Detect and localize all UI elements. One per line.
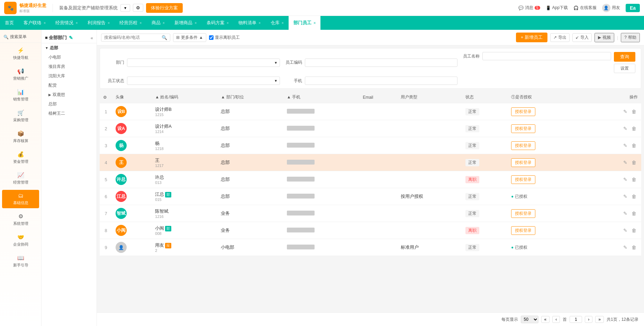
nav-goods[interactable]: 商品 × — [147, 16, 170, 30]
col-phone[interactable]: ▲ 手机 — [283, 91, 360, 103]
left-nav-corp-collab[interactable]: 🤝 企业协同 — [2, 231, 39, 250]
dept-tree-shenyang[interactable]: 沈阳大库 — [42, 71, 97, 81]
query-btn[interactable]: 查询 — [614, 52, 635, 62]
edit-btn[interactable]: ✎ — [622, 142, 629, 149]
delete-btn[interactable]: 🗑 — [630, 176, 638, 183]
edit-btn[interactable]: ✎ — [622, 227, 629, 234]
search-box[interactable]: 🔍 — [101, 34, 170, 42]
filter-status-select[interactable]: ▾ — [127, 77, 280, 85]
first-page-btn[interactable]: « — [541, 316, 550, 323]
left-nav-system[interactable]: ⚙ 系统管理 — [2, 210, 39, 229]
delete-btn[interactable]: 🗑 — [630, 108, 638, 115]
left-nav-sales[interactable]: 📊 销售管理 — [2, 86, 39, 105]
edit-btn[interactable]: ✎ — [622, 108, 629, 115]
nav-bom[interactable]: 物料清单 × — [234, 16, 265, 30]
nav-operation[interactable]: 经营情况 × — [51, 16, 82, 30]
edit-btn[interactable]: ✎ — [622, 210, 629, 217]
delete-btn[interactable]: 🗑 — [630, 125, 638, 132]
left-nav-marketing[interactable]: 📢 营销推广 — [2, 65, 39, 84]
col-dept-pos[interactable]: ▲ 部门/职位 — [217, 91, 283, 103]
nav-add-goods[interactable]: 新增商品 × — [170, 16, 201, 30]
auth-login-btn[interactable]: 授权登录 — [511, 141, 535, 150]
page-input[interactable] — [570, 316, 582, 323]
dept-panel-title: ■ 全部部门 — [45, 35, 67, 41]
phone-blurred — [287, 126, 315, 131]
nav-customer[interactable]: 客户联络 × — [19, 16, 51, 30]
message-btn[interactable]: 💬 消息 5 — [518, 5, 540, 11]
dept-tree-peihuo[interactable]: 配货 — [42, 81, 97, 90]
left-nav-finance[interactable]: 💰 资金管理 — [2, 148, 39, 167]
dept-tree-xiaodian[interactable]: 小电部 — [42, 53, 97, 62]
filter-phone-input[interactable] — [305, 77, 458, 85]
delete-btn[interactable]: 🗑 — [630, 193, 638, 200]
table-row: 7 智斌 陈智斌 1216 业务 正常 授权登录 ✎ 🗑 — [100, 205, 641, 222]
export-btn[interactable]: ↗ 导出 — [550, 33, 570, 42]
add-employee-btn[interactable]: + 新增员工 — [516, 33, 547, 42]
left-nav-basic-info[interactable]: 🗂 基础信息 — [2, 190, 39, 208]
next-page-btn[interactable]: › — [585, 316, 592, 323]
auth-login-btn[interactable]: 授权登录 — [511, 175, 535, 184]
auth-login-btn[interactable]: 授权登录 — [511, 107, 535, 116]
left-nav-purchase[interactable]: 🛒 采购管理 — [2, 107, 39, 125]
left-nav-shortcut[interactable]: ⚡ 快捷导航 — [2, 44, 39, 63]
dept-edit-icon[interactable]: ✎ — [69, 35, 73, 41]
row-status: 正常 — [462, 120, 508, 137]
auth-login-btn[interactable]: 授权登录 — [511, 158, 535, 167]
phone-blurred — [287, 211, 315, 215]
filter-dept-select[interactable]: ▾ — [127, 59, 280, 67]
edit-btn[interactable]: ✎ — [622, 159, 629, 166]
edit-btn[interactable]: ✎ — [622, 193, 629, 200]
delete-btn[interactable]: 🗑 — [630, 210, 638, 217]
nav-dept-staff[interactable]: 部门员工 × — [289, 16, 320, 30]
delete-btn[interactable]: 🗑 — [630, 244, 638, 251]
app-download-btn[interactable]: 📱 App下载 — [546, 5, 568, 11]
filter-empname-input[interactable] — [482, 52, 611, 60]
dept-tree-group-zongbu[interactable]: ▼ 总部 — [42, 43, 97, 53]
last-page-btn[interactable]: » — [595, 316, 604, 323]
auth-login-btn[interactable]: 授权登录 — [511, 124, 535, 133]
set-btn[interactable]: 设置 — [614, 64, 635, 73]
left-nav-operation-mgr[interactable]: 📈 经营管理 — [2, 169, 39, 188]
user-avatar-btn[interactable]: 👤 用友 — [602, 4, 620, 12]
left-nav-guide[interactable]: 📖 新手引导 — [2, 252, 39, 271]
status-badge: 离职 — [465, 176, 479, 183]
prev-page-btn[interactable]: ‹ — [552, 316, 560, 323]
filter-empcode-input[interactable] — [305, 59, 458, 67]
delete-btn[interactable]: 🗑 — [630, 142, 638, 149]
nav-home[interactable]: 首页 — [0, 16, 19, 30]
search-input[interactable] — [104, 35, 160, 40]
col-settings[interactable]: ⚙ — [100, 91, 112, 103]
more-filter-btn[interactable]: ⊞ 更多条件 ▲ — [173, 33, 206, 42]
system-dropdown-btn[interactable]: ▾ — [120, 4, 130, 12]
dept-collapse-icon[interactable]: « — [91, 35, 93, 41]
nav-history[interactable]: 经营历程 × — [115, 16, 146, 30]
edit-btn[interactable]: ✎ — [622, 244, 629, 251]
delete-btn[interactable]: 🗑 — [630, 227, 638, 234]
show-former-checkbox[interactable] — [209, 35, 214, 40]
edit-btn[interactable]: ✎ — [622, 125, 629, 132]
dept-tree-zhishu[interactable]: 植树王二 — [42, 109, 97, 118]
auth-login-btn[interactable]: 授权登录 — [511, 226, 535, 235]
import-btn[interactable]: ↙ 导入 — [572, 33, 592, 42]
trial-button[interactable]: 体验行业方案 — [146, 3, 183, 13]
dept-tree-project[interactable]: 项目库房 — [42, 62, 97, 71]
nav-profit[interactable]: 利润报告 × — [83, 16, 115, 30]
auth-login-btn[interactable]: 授权登录 — [511, 209, 535, 218]
dept-tree-shuanglu[interactable]: ▶ 双鹿想 — [42, 90, 97, 99]
per-page-select[interactable]: 50 100 200 — [521, 316, 538, 323]
nav-barcode[interactable]: 条码方案 × — [202, 16, 234, 30]
show-former-label[interactable]: 显示离职员工 — [209, 35, 240, 41]
logo-title: 畅捷通好生意 — [19, 2, 46, 9]
nav-warehouse[interactable]: 仓库 × — [266, 16, 289, 30]
delete-btn[interactable]: 🗑 — [630, 159, 638, 166]
edit-btn[interactable]: ✎ — [622, 176, 629, 183]
search-submit-icon[interactable]: 🔍 — [162, 35, 167, 40]
view-btn[interactable]: ▶ 视频 — [595, 33, 614, 42]
gear-button[interactable]: ⚙ — [133, 4, 143, 12]
dept-tree-zongbu2[interactable]: 总部 — [42, 99, 97, 109]
left-nav-search[interactable]: 🔍 搜索菜单 — [0, 31, 41, 43]
help-btn[interactable]: ? 帮助 — [621, 33, 640, 42]
left-nav-stock[interactable]: 📦 库存核算 — [2, 127, 39, 146]
online-service-btn[interactable]: 🎧 在线客服 — [573, 5, 597, 11]
col-name-code[interactable]: ▲ 姓名/编码 — [152, 91, 217, 103]
